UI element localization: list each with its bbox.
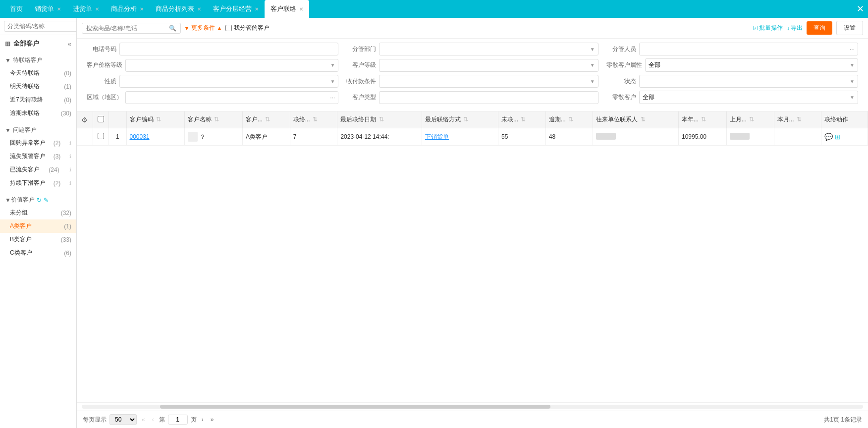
close-all-tabs[interactable]: ✕ — [857, 3, 864, 14]
col-code-header[interactable]: 客户编码 ⇅ — [126, 111, 184, 128]
col-type-header[interactable]: 客户... ⇅ — [242, 111, 290, 128]
sidebar-section-pending: ▼ 待联络客户 今天待联络 (0) 明天待联络 (1) 近7天待联络 (0) 逾… — [0, 52, 76, 122]
my-customers-check[interactable] — [225, 25, 232, 31]
col-unitcontact-header[interactable]: 往来单位联系人 ⇅ — [593, 111, 678, 128]
filter-customer-type-select[interactable] — [379, 91, 598, 104]
nav-tab-customer-contact[interactable]: 客户联络 ✕ — [265, 0, 309, 18]
total-records: 共1页 1条记录 — [824, 416, 862, 424]
nav-tab-analysis-list[interactable]: 商品分析列表 ✕ — [150, 0, 207, 18]
more-filter-btn[interactable]: ▼ 更多条件 ▲ — [184, 24, 222, 32]
row-checkbox[interactable] — [93, 128, 108, 146]
my-customers-checkbox[interactable]: 我分管的客户 — [225, 24, 270, 32]
row-code[interactable]: 000031 — [126, 128, 184, 146]
chat-icon[interactable]: 💬 — [824, 133, 833, 141]
close-icon[interactable]: ✕ — [197, 6, 201, 12]
search-icon[interactable]: 🔍 — [169, 25, 176, 32]
name-avatar — [188, 132, 198, 142]
sidebar-item-repurchase-abnormal[interactable]: 回购异常客户 (2) ℹ — [0, 136, 76, 150]
nav-tab-customer-ops[interactable]: 客户分层经营 ✕ — [207, 0, 265, 18]
col-checkbox-header[interactable] — [93, 111, 108, 128]
next-page-btn[interactable]: › — [200, 415, 206, 424]
filter-panel: 电话号码 分管部门 ▼ 分管人员 ··· — [77, 39, 868, 111]
per-page-select[interactable]: 50 100 200 — [109, 414, 137, 425]
sidebar-section-pending-title[interactable]: ▼ 待联络客户 — [0, 54, 76, 66]
col-lastmonth-header[interactable]: 上月... ⇅ — [726, 111, 774, 128]
page-input[interactable] — [168, 415, 188, 425]
edit-icon[interactable]: ✎ — [44, 197, 49, 204]
export-icon: ↓ — [787, 25, 790, 32]
horizontal-scrollbar[interactable] — [77, 402, 868, 411]
sidebar-item-today-contact[interactable]: 今天待联络 (0) — [0, 66, 76, 80]
col-lastmethod-header[interactable]: 最后联络方式 ⇅ — [422, 111, 498, 128]
sidebar-item-tomorrow-contact[interactable]: 明天待联络 (1) — [0, 80, 76, 93]
sidebar-section-value-title[interactable]: ▼ 价值客户 ↻ ✎ — [0, 194, 76, 206]
filter-nature-select[interactable]: ▼ — [119, 75, 338, 88]
sidebar-item-unclassified[interactable]: 未分组 (32) — [0, 206, 76, 219]
setting-button[interactable]: 设置 — [836, 21, 863, 35]
filter-retail-customer-select[interactable]: 全部 ▼ — [639, 91, 858, 104]
row-lastmethod[interactable]: 下销货单 — [422, 128, 498, 146]
sort-icon: ⇅ — [156, 116, 161, 123]
col-overdue-header[interactable]: 逾期... ⇅ — [545, 111, 593, 128]
row-nocontact: 55 — [498, 128, 546, 146]
row-thisyear: 10995.00 — [678, 128, 726, 146]
dots-icon: ··· — [330, 94, 335, 101]
col-name-header[interactable]: 客户名称 ⇅ — [184, 111, 242, 128]
scroll-thumb[interactable] — [160, 405, 551, 409]
sidebar-item-class-a[interactable]: A类客户 (1) — [0, 219, 76, 233]
filter-status-select[interactable]: ▼ — [639, 75, 858, 88]
filter-customer-type: 客户类型 — [342, 91, 602, 104]
refresh-icon[interactable]: ↻ — [37, 197, 42, 204]
close-icon[interactable]: ✕ — [299, 6, 303, 12]
sidebar-item-class-b[interactable]: B类客户 (33) — [0, 233, 76, 246]
filter-dept-select[interactable]: ▼ — [379, 43, 598, 55]
export-btn[interactable]: ↓ 导出 — [787, 24, 803, 32]
sidebar-item-7days-contact[interactable]: 近7天待联络 (0) — [0, 93, 76, 107]
select-all-checkbox[interactable] — [98, 116, 104, 122]
prev-page-btn[interactable]: ‹ — [150, 415, 156, 424]
col-contact-header[interactable]: 联络... ⇅ — [290, 111, 337, 128]
nav-tab-analysis[interactable]: 商品分析 ✕ — [105, 0, 150, 18]
query-button[interactable]: 查询 — [807, 21, 832, 35]
close-icon[interactable]: ✕ — [140, 6, 144, 12]
batch-op-btn[interactable]: ☑ 批量操作 — [753, 24, 783, 32]
content-area: 🔍 ▼ 更多条件 ▲ 我分管的客户 ☑ 批量操作 ↓ 导出 查询 — [77, 18, 868, 428]
col-thisyear-header[interactable]: 本年... ⇅ — [678, 111, 726, 128]
close-icon[interactable]: ✕ — [95, 6, 99, 12]
col-settings[interactable]: ⚙ — [77, 111, 93, 128]
sidebar-item-declining[interactable]: 持续下滑客户 (2) ℹ — [0, 176, 76, 190]
search-input[interactable] — [86, 25, 167, 32]
filter-retail-attr: 零散客户属性 全部 ▼ — [602, 58, 862, 72]
filter-region-select[interactable]: ··· — [125, 91, 338, 104]
filter-payment-select[interactable]: ▼ — [379, 75, 598, 88]
close-icon[interactable]: ✕ — [255, 6, 259, 12]
last-page-btn[interactable]: » — [209, 415, 216, 424]
qr-icon[interactable]: ⊞ — [835, 133, 841, 141]
gear-icon[interactable]: ⚙ — [81, 116, 88, 124]
filter-customer-level-select[interactable]: ▼ — [379, 59, 598, 72]
row-select-checkbox[interactable] — [98, 133, 104, 139]
col-thismonth-header[interactable]: 本月... ⇅ — [774, 111, 821, 128]
info-icon: ℹ — [69, 140, 71, 146]
filter-person-select[interactable]: ··· — [639, 43, 858, 55]
sidebar-all-customers[interactable]: ⊞ 全部客户 « — [0, 35, 76, 52]
table-header-row: ⚙ 客户编码 ⇅ 客户名称 ⇅ — [77, 111, 868, 128]
sidebar-section-problem-title[interactable]: ▼ 问题客户 — [0, 124, 76, 136]
first-page-btn[interactable]: « — [140, 415, 147, 424]
nav-tab-purchase[interactable]: 进货单 ✕ — [67, 0, 105, 18]
filter-retail-attr-select[interactable]: 全部 ▼ — [645, 58, 858, 72]
nav-tab-home[interactable]: 首页 — [4, 0, 29, 18]
sidebar-search-input[interactable] — [4, 21, 77, 32]
sidebar-item-churn-warning[interactable]: 流失预警客户 (3) ℹ — [0, 150, 76, 163]
close-icon[interactable]: ✕ — [57, 6, 61, 12]
sidebar-item-churned[interactable]: 已流失客户 (24) ℹ — [0, 163, 76, 176]
sidebar-item-class-c[interactable]: C类客户 (6) — [0, 246, 76, 260]
sidebar-item-overdue-contact[interactable]: 逾期未联络 (30) — [0, 107, 76, 120]
filter-price-level-select[interactable]: ▼ — [125, 59, 338, 72]
nav-tab-sales[interactable]: 销货单 ✕ — [29, 0, 67, 18]
col-lastdate-header[interactable]: 最后联络日期 ⇅ — [337, 111, 422, 128]
filter-price-level: 客户价格等级 ▼ — [83, 59, 342, 72]
col-nocontact-header[interactable]: 未联... ⇅ — [498, 111, 546, 128]
filter-phone-input[interactable] — [119, 43, 338, 55]
row-type: A类客户 — [242, 128, 290, 146]
